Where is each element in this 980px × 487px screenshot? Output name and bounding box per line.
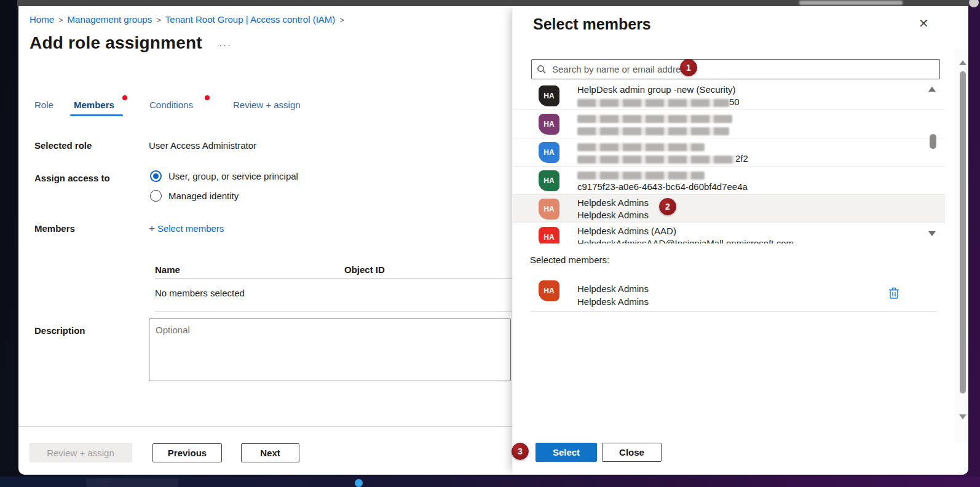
select-members-panel: Select members ✕ HA HelpDesk admin group… (512, 6, 968, 475)
member-subtitle (577, 125, 729, 135)
members-label: Members (34, 223, 75, 234)
tab-members[interactable]: Members (74, 100, 114, 110)
list-scrollbar-thumb[interactable] (930, 134, 936, 149)
taskbar-button-highlight (86, 478, 178, 487)
panel-close-icon[interactable]: ✕ (919, 17, 929, 30)
page-title: Add role assignment (30, 33, 202, 53)
annotation-badge-3: 3 (512, 443, 529, 460)
selected-role-value: User Access Administrator (149, 140, 256, 151)
search-icon (537, 65, 547, 74)
active-tab-underline (70, 114, 123, 116)
member-name (577, 169, 705, 180)
member-row-blurred[interactable]: HA 2f2 (513, 138, 945, 167)
blurred-text (577, 172, 705, 180)
table-header-divider (155, 278, 512, 279)
radio-unselected-icon[interactable] (150, 190, 162, 202)
blurred-text (577, 143, 705, 151)
member-subtitle: 50 (577, 97, 740, 107)
select-members-link[interactable]: +Select members (149, 223, 224, 235)
avatar: HA (539, 114, 559, 135)
titlebar-blurred-text (799, 1, 903, 5)
member-name (577, 113, 732, 123)
avatar: HA (539, 199, 559, 220)
member-name (577, 141, 705, 151)
avatar: HA (539, 280, 559, 301)
assign-access-label: Assign access to (34, 173, 110, 183)
member-row-helpdesk-admins[interactable]: HA Helpdesk Admins Helpdesk Admins (513, 195, 945, 223)
select-button[interactable]: Select (535, 443, 597, 462)
list-scroll-down-icon[interactable] (928, 231, 936, 236)
blurred-text (577, 99, 729, 107)
panel-close-button[interactable]: Close (602, 443, 662, 462)
breadcrumb-management-groups-link[interactable]: Management groups (68, 14, 152, 25)
member-name: HelpDesk admin group -new (Security) (577, 84, 736, 95)
radio-label: Managed identity (168, 191, 239, 201)
member-list: HA HelpDesk admin group -new (Security) … (513, 82, 945, 244)
next-button[interactable]: Next (241, 443, 299, 462)
breadcrumb: Home>Management groups>Tenant Root Group… (30, 14, 349, 25)
tab-review-assign[interactable]: Review + assign (233, 100, 301, 110)
blurred-text (577, 115, 732, 123)
selected-row-divider (530, 311, 937, 312)
tab-role[interactable]: Role (34, 100, 53, 110)
annotation-badge-1: 1 (680, 59, 697, 76)
selected-member-subtitle: Helpdesk Admins (577, 296, 649, 307)
tab-conditions-dirty-dot (205, 95, 210, 100)
table-empty-text: No members selected (155, 288, 245, 298)
radio-label: User, group, or service principal (168, 171, 298, 181)
avatar: HA (539, 170, 559, 191)
radio-selected-icon[interactable] (150, 170, 162, 182)
browser-titlebar (17, 0, 969, 6)
avatar: HA (539, 85, 559, 106)
avatar: HA (539, 142, 559, 163)
member-row-helpdesk-admin-group-new[interactable]: HA HelpDesk admin group -new (Security) … (513, 82, 945, 110)
breadcrumb-home-link[interactable]: Home (30, 14, 54, 25)
plus-icon: + (149, 223, 155, 234)
member-row-blurred[interactable]: HA (513, 110, 945, 138)
member-name: Helpdesk Admins (577, 197, 649, 208)
member-name: Helpdesk Admins (AAD) (577, 226, 676, 236)
page-scroll-up-icon[interactable] (959, 60, 966, 65)
member-search-input[interactable] (551, 63, 935, 75)
selected-member-name: Helpdesk Admins (577, 283, 649, 294)
desktop-background: Home>Management groups>Tenant Root Group… (0, 0, 980, 487)
more-menu-icon[interactable]: ··· (219, 39, 232, 50)
blurred-text (577, 156, 735, 164)
selected-member-row: HA Helpdesk Admins Helpdesk Admins (513, 277, 945, 311)
table-header-name: Name (155, 264, 180, 275)
table-row-divider (155, 311, 512, 312)
remove-member-trash-icon[interactable] (888, 286, 900, 299)
review-assign-button[interactable]: Review + assign (30, 443, 132, 462)
member-subtitle: Helpdesk Admins (577, 210, 649, 220)
member-search-box (531, 59, 940, 79)
page-scrollbar-thumb[interactable] (960, 71, 966, 394)
titlebar-avatar[interactable] (969, 0, 979, 7)
description-label: Description (34, 325, 85, 336)
taskbar-edge-icon[interactable] (355, 479, 363, 487)
annotation-badge-2: 2 (659, 198, 676, 215)
panel-title: Select members (533, 15, 651, 33)
member-row-helpdesk-admins-aad[interactable]: HA Helpdesk Admins (AAD) HelpdeskAdminsA… (513, 223, 945, 244)
tab-conditions[interactable]: Conditions (149, 100, 193, 110)
previous-button[interactable]: Previous (152, 443, 222, 462)
table-header-object-id: Object ID (344, 264, 385, 275)
breadcrumb-separator: > (339, 15, 344, 25)
footer-divider (18, 426, 512, 427)
blurred-text (577, 127, 729, 135)
list-scroll-up-icon[interactable] (928, 87, 936, 92)
description-textarea[interactable] (149, 319, 511, 381)
member-row-guid[interactable]: HA c9175f23-a0e6-4643-bc64-d60bf4d7ee4a (513, 167, 945, 195)
page-scroll-down-icon[interactable] (959, 414, 966, 419)
member-subtitle: 2f2 (577, 153, 748, 164)
member-subtitle: HelpdeskAdminsAAD@InsigniaMall.onmicroso… (577, 238, 794, 244)
portal-window: Home>Management groups>Tenant Root Group… (18, 6, 968, 475)
selected-role-label: Selected role (34, 140, 92, 151)
radio-managed-identity[interactable]: Managed identity (150, 190, 239, 202)
tab-members-dirty-dot (122, 95, 127, 100)
breadcrumb-tenant-root-link[interactable]: Tenant Root Group | Access control (IAM) (165, 14, 336, 25)
radio-user-group-service-principal[interactable]: User, group, or service principal (150, 170, 298, 182)
avatar: HA (539, 227, 559, 244)
breadcrumb-separator: > (156, 15, 161, 25)
selected-members-label: Selected members: (530, 255, 609, 265)
member-object-id: c9175f23-a0e6-4643-bc64-d60bf4d7ee4a (577, 181, 748, 192)
